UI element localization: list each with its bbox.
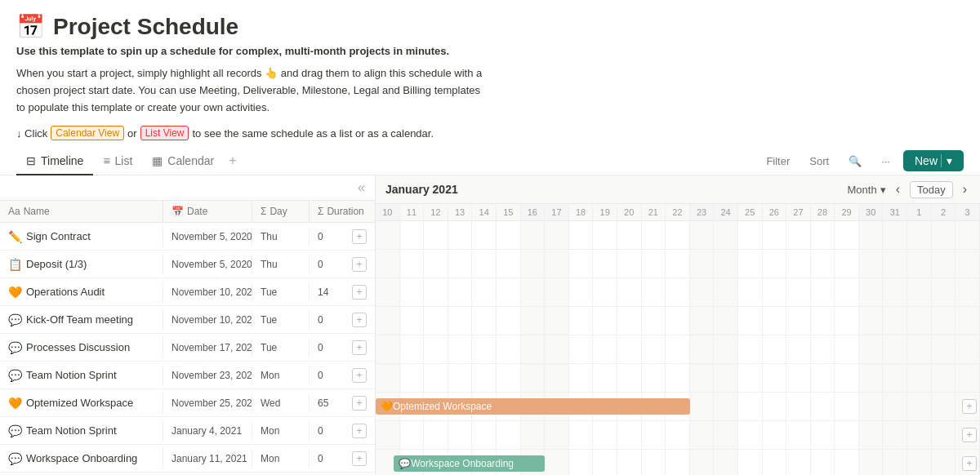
tab-timeline-label: Timeline xyxy=(41,154,83,167)
search-button[interactable]: 🔍 xyxy=(842,152,868,171)
date-cell: 22 xyxy=(666,204,690,220)
gantt-cell xyxy=(835,421,859,449)
gantt-row-expand[interactable]: + xyxy=(962,456,977,471)
expand-icon[interactable]: + xyxy=(352,313,367,327)
sort-button[interactable]: Sort xyxy=(803,152,835,171)
row-name-text: Deposit (1/3) xyxy=(26,258,87,270)
gantt-cell xyxy=(376,335,400,363)
table-row[interactable]: 💬 Kick-Off Team meeting November 10, 202… xyxy=(0,306,375,334)
gantt-cell xyxy=(666,421,690,449)
cell-day: Thu xyxy=(252,255,310,274)
gantt-cell xyxy=(617,450,642,475)
gantt-cell xyxy=(521,250,546,277)
add-view-button[interactable]: + xyxy=(224,147,241,175)
tab-timeline[interactable]: ⊟ Timeline xyxy=(16,148,93,175)
gantt-cell xyxy=(424,364,448,392)
gantt-cell xyxy=(714,421,738,449)
tab-calendar[interactable]: ▦ Calendar xyxy=(142,148,224,175)
day-value: Tue xyxy=(261,314,277,326)
date-value: November 5, 2020 xyxy=(172,231,252,242)
table-row[interactable]: 💬 Workspace Onboarding January 11, 2021 … xyxy=(0,445,375,473)
gantt-cell xyxy=(859,307,884,335)
gantt-cell xyxy=(786,307,811,335)
month-selector[interactable]: Month ▾ xyxy=(848,184,886,196)
gantt-cell xyxy=(666,278,690,306)
gantt-cell xyxy=(763,364,787,392)
gantt-cell xyxy=(617,278,642,306)
cell-duration: 0 + xyxy=(310,253,375,276)
gantt-cell xyxy=(666,450,690,475)
gantt-cell xyxy=(763,450,787,475)
cell-date: November 5, 2020 xyxy=(163,227,252,246)
expand-icon[interactable]: + xyxy=(352,257,367,272)
expand-icon[interactable]: + xyxy=(352,368,367,383)
gantt-cell xyxy=(835,250,859,277)
page-title: Project Schedule xyxy=(53,14,238,40)
gantt-cell xyxy=(956,250,980,277)
gantt-cell xyxy=(376,278,400,306)
row-icon: 💬 xyxy=(8,313,22,326)
expand-icon[interactable]: + xyxy=(352,451,367,466)
duration-value: 14 xyxy=(318,286,328,298)
date-value: January 11, 2021 xyxy=(172,453,247,464)
cell-date: November 25, 2020 → Janu… xyxy=(163,393,252,413)
today-button[interactable]: Today xyxy=(910,181,953,198)
gantt-cell xyxy=(593,221,617,249)
gantt-row-expand[interactable]: + xyxy=(962,399,977,414)
table-row[interactable]: 💬 Team Notion Sprint November 23, 2020 M… xyxy=(0,362,375,389)
gantt-cell xyxy=(883,335,907,363)
date-cell: 27 xyxy=(786,204,811,220)
gantt-cell xyxy=(786,393,811,420)
gantt-row: 💬 Workspace Onboarding+ xyxy=(376,450,980,475)
new-caret[interactable]: ▾ xyxy=(941,154,952,167)
new-button[interactable]: New ▾ xyxy=(903,150,964,171)
gantt-cell xyxy=(835,307,859,335)
calendar-view-badge[interactable]: Calendar View xyxy=(51,126,124,140)
table-row[interactable]: 🧡 Operations Audit November 10, 2020 → N… xyxy=(0,278,375,306)
gantt-cell xyxy=(932,393,956,420)
next-month-button[interactable]: › xyxy=(960,180,970,198)
gantt-cell xyxy=(738,393,763,420)
date-icon: 📅 xyxy=(172,206,184,217)
collapse-icon[interactable]: « xyxy=(354,179,368,197)
gantt-cell xyxy=(811,421,835,449)
date-value: November 10, 2020 → Nover xyxy=(172,286,252,298)
gantt-bar[interactable]: 🧡 Optemized Workspace xyxy=(376,398,690,415)
row-name-text: Workspace Onboarding xyxy=(26,452,137,464)
gantt-cell xyxy=(593,250,617,277)
expand-icon[interactable]: + xyxy=(352,285,367,300)
table-row[interactable]: ✏️ Sign Contract November 5, 2020 Thu 0 … xyxy=(0,223,375,251)
gantt-cell xyxy=(932,278,956,306)
gantt-cell xyxy=(569,250,594,277)
row-icon: 📋 xyxy=(8,258,22,271)
row-icon: 🧡 xyxy=(8,397,22,410)
row-icon: 💬 xyxy=(8,452,22,465)
list-view-badge[interactable]: List View xyxy=(140,126,189,140)
cell-day: Mon xyxy=(252,366,310,385)
gantt-cell xyxy=(448,221,473,249)
expand-icon[interactable]: + xyxy=(352,229,367,244)
gantt-cell xyxy=(448,421,473,449)
row-icon: 💬 xyxy=(8,424,22,437)
cell-duration: 0 + xyxy=(310,447,375,470)
tab-list[interactable]: ≡ List xyxy=(93,148,142,175)
gantt-cell xyxy=(883,250,907,277)
gantt-cell xyxy=(400,221,425,249)
table-row[interactable]: 💬 Processes Discussion November 17, 2020… xyxy=(0,334,375,362)
expand-icon[interactable]: + xyxy=(352,396,367,411)
gantt-cell xyxy=(617,335,642,363)
gantt-cell xyxy=(811,450,835,475)
duration-value: 0 xyxy=(318,314,323,326)
gantt-row-expand[interactable]: + xyxy=(962,428,977,442)
table-row[interactable]: 🧡 Optemized Workspace November 25, 2020 … xyxy=(0,389,375,417)
gantt-bar[interactable]: 💬 Workspace Onboarding xyxy=(394,455,545,472)
expand-icon[interactable]: + xyxy=(352,340,367,355)
table-row[interactable]: 💬 Team Notion Sprint January 4, 2021 Mon… xyxy=(0,417,375,445)
expand-icon[interactable]: + xyxy=(352,424,367,438)
prev-month-button[interactable]: ‹ xyxy=(893,180,903,198)
day-value: Mon xyxy=(261,453,279,464)
more-button[interactable]: ··· xyxy=(875,152,897,171)
table-row[interactable]: 📋 Deposit (1/3) November 5, 2020 Thu 0 + xyxy=(0,251,375,278)
filter-button[interactable]: Filter xyxy=(760,152,796,171)
date-value: November 10, 2020 xyxy=(172,314,252,326)
